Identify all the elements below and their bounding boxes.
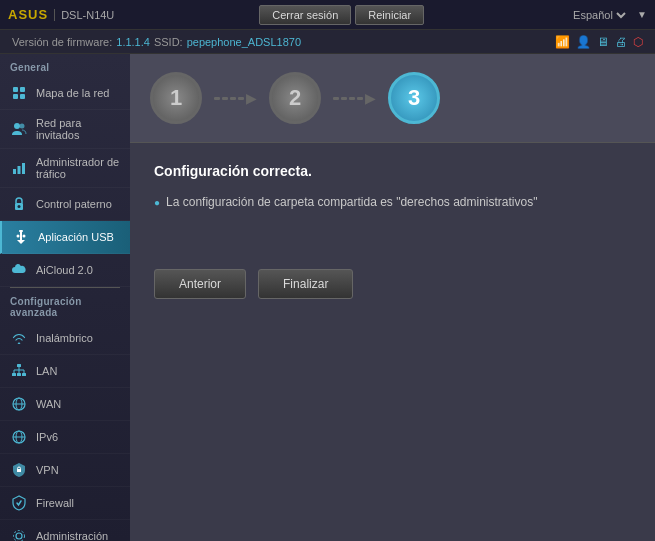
sidebar-item-label: IPv6 (36, 431, 58, 443)
sidebar-item-ipv6[interactable]: IPv6 (0, 421, 130, 454)
ipv6-icon (10, 428, 28, 446)
logo-area: ASUS DSL-N14U (8, 7, 114, 22)
sidebar-item-inalambrico[interactable]: Inalámbrico (0, 322, 130, 355)
svg-rect-0 (13, 87, 18, 92)
printer-icon: 🖨 (615, 35, 627, 49)
ssid-label: SSID: (154, 36, 183, 48)
svg-rect-6 (13, 169, 16, 174)
step-3-number: 3 (408, 85, 420, 111)
sidebar-item-label: Administrador de tráfico (36, 156, 120, 180)
svg-point-13 (17, 235, 20, 238)
sidebar-item-label: Mapa de la red (36, 87, 109, 99)
svg-rect-8 (22, 163, 25, 174)
sidebar-item-administracion[interactable]: Administración (0, 520, 130, 541)
main-layout: General Mapa de la red Red para invitado… (0, 54, 655, 541)
sidebar-item-vpn[interactable]: VPN (0, 454, 130, 487)
sidebar-item-label: LAN (36, 365, 57, 377)
svg-point-32 (16, 533, 22, 539)
admin-icon (10, 527, 28, 541)
firmware-label: Versión de firmware: (12, 36, 112, 48)
traffic-icon (10, 159, 28, 177)
step-2-number: 2 (289, 85, 301, 111)
sidebar-item-label: VPN (36, 464, 59, 476)
usb-icon: ⬡ (633, 35, 643, 49)
chevron-down-icon: ▼ (637, 9, 647, 20)
config-content: Configuración correcta. ● La configuraci… (130, 143, 655, 229)
usb-app-icon (12, 228, 30, 246)
action-buttons: Anterior Finalizar (130, 269, 655, 299)
svg-rect-12 (20, 232, 22, 240)
finalizar-button[interactable]: Finalizar (258, 269, 353, 299)
avanzada-section-title: Configuración avanzada (0, 288, 130, 322)
step-arrow-1: ▶ (202, 90, 269, 106)
step-1-circle: 1 (150, 72, 202, 124)
firmware-bar: Versión de firmware: 1.1.1.4 SSID: pepep… (0, 30, 655, 54)
svg-rect-1 (20, 87, 25, 92)
sidebar-item-label: WAN (36, 398, 61, 410)
language-select[interactable]: Español English (569, 8, 629, 22)
sidebar-item-lan[interactable]: LAN (0, 355, 130, 388)
wireless-icon (10, 329, 28, 347)
sidebar-item-admin-trafico[interactable]: Administrador de tráfico (0, 149, 130, 188)
svg-point-10 (18, 205, 21, 208)
sidebar-item-label: Firewall (36, 497, 74, 509)
wan-icon (10, 395, 28, 413)
parental-icon (10, 195, 28, 213)
svg-point-5 (20, 124, 25, 129)
reiniciar-button[interactable]: Reiniciar (355, 5, 424, 25)
map-icon (10, 84, 28, 102)
config-title: Configuración correcta. (154, 163, 631, 179)
firmware-version-link[interactable]: 1.1.1.4 (116, 36, 150, 48)
firewall-icon (10, 494, 28, 512)
ssid-value: pepephone_ADSL1870 (187, 36, 301, 48)
svg-point-4 (14, 123, 20, 129)
users-icon: 👤 (576, 35, 591, 49)
svg-rect-17 (17, 373, 21, 376)
config-message: ● La configuración de carpeta compartida… (154, 195, 631, 209)
cerrar-sesion-button[interactable]: Cerrar sesión (259, 5, 351, 25)
sidebar-item-mapa-red[interactable]: Mapa de la red (0, 77, 130, 110)
sidebar-item-label: Aplicación USB (38, 231, 114, 243)
header-right: Español English ▼ (569, 8, 647, 22)
vpn-icon (10, 461, 28, 479)
wifi-icon: 📶 (555, 35, 570, 49)
svg-rect-2 (13, 94, 18, 99)
sidebar-item-label: Red para invitados (36, 117, 120, 141)
lan-icon (10, 362, 28, 380)
svg-rect-15 (17, 364, 21, 367)
step-1-number: 1 (170, 85, 182, 111)
header-buttons: Cerrar sesión Reiniciar (259, 5, 424, 25)
sidebar-item-control-paterno[interactable]: Control paterno (0, 188, 130, 221)
sidebar-item-label: Control paterno (36, 198, 112, 210)
step-3-circle: 3 (388, 72, 440, 124)
sidebar-item-label: Inalámbrico (36, 332, 93, 344)
content-area: 1 ▶ 2 ▶ (130, 54, 655, 541)
sidebar-item-app-usb[interactable]: Aplicación USB (0, 221, 130, 254)
step-arrow-2: ▶ (321, 90, 388, 106)
sidebar: General Mapa de la red Red para invitado… (0, 54, 130, 541)
svg-rect-3 (20, 94, 25, 99)
general-section-title: General (0, 54, 130, 77)
sidebar-item-label: Administración (36, 530, 108, 541)
svg-rect-16 (12, 373, 16, 376)
message-text: La configuración de carpeta compartida e… (166, 195, 537, 209)
monitor-icon: 🖥 (597, 35, 609, 49)
step-2-circle: 2 (269, 72, 321, 124)
bullet-icon: ● (154, 197, 160, 208)
svg-point-14 (23, 235, 26, 238)
asus-logo: ASUS (8, 7, 48, 22)
wizard-steps: 1 ▶ 2 ▶ (130, 54, 655, 143)
firmware-icons: 📶 👤 🖥 🖨 ⬡ (555, 35, 643, 49)
device-name: DSL-N14U (54, 9, 114, 21)
header: ASUS DSL-N14U Cerrar sesión Reiniciar Es… (0, 0, 655, 30)
svg-rect-7 (18, 166, 21, 174)
sidebar-item-red-invitados[interactable]: Red para invitados (0, 110, 130, 149)
sidebar-item-aicloud[interactable]: AiCloud 2.0 (0, 254, 130, 287)
svg-rect-18 (22, 373, 26, 376)
anterior-button[interactable]: Anterior (154, 269, 246, 299)
sidebar-item-firewall[interactable]: Firewall (0, 487, 130, 520)
cloud-icon (10, 261, 28, 279)
sidebar-item-wan[interactable]: WAN (0, 388, 130, 421)
svg-rect-11 (19, 230, 23, 232)
guests-icon (10, 120, 28, 138)
